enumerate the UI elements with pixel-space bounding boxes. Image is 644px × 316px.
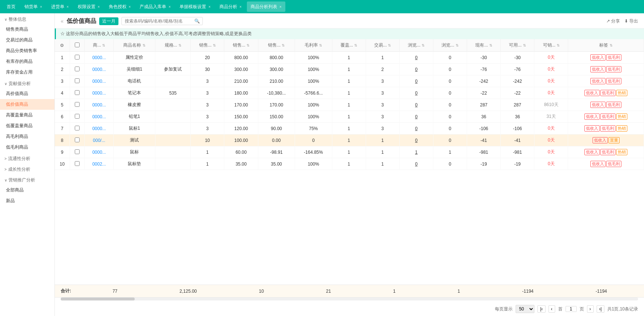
- first-page-btn[interactable]: |‹: [537, 305, 545, 313]
- nav-product-inbound[interactable]: 产成品入库单 ×: [136, 1, 174, 12]
- row-current: -41: [467, 135, 500, 146]
- row-checkbox[interactable]: [70, 64, 85, 75]
- row-checkbox[interactable]: [70, 146, 85, 158]
- row-transaction: 3: [366, 123, 399, 135]
- row-select-checkbox[interactable]: [75, 137, 80, 142]
- nav-template-settings[interactable]: 单据模板设置 ×: [176, 1, 214, 12]
- row-select-checkbox[interactable]: [75, 90, 80, 95]
- nav-close-icon[interactable]: ×: [168, 5, 171, 9]
- row-transaction: 1: [366, 135, 399, 146]
- row-select-checkbox[interactable]: [75, 149, 80, 154]
- row-tags: 低收入低毛利: [568, 52, 644, 64]
- nav-role-auth[interactable]: 角色授权 ×: [105, 1, 135, 12]
- row-checkbox[interactable]: [70, 111, 85, 123]
- row-view1[interactable]: 0: [399, 64, 433, 75]
- expand-icon: >: [4, 167, 7, 171]
- row-view1[interactable]: 0: [399, 52, 433, 64]
- horizontal-scrollbar[interactable]: [61, 298, 638, 300]
- row-margin: 75%: [295, 123, 332, 135]
- sidebar-item-traded-goods[interactable]: 交易过的商品: [0, 35, 54, 45]
- row-view1[interactable]: 0: [399, 158, 433, 170]
- row-code: 0000...: [85, 52, 114, 64]
- sidebar-item-high-value[interactable]: 高价值商品: [0, 88, 54, 99]
- row-select-checkbox[interactable]: [75, 126, 80, 130]
- row-view1[interactable]: 0: [399, 87, 433, 99]
- row-checkbox[interactable]: [70, 99, 85, 111]
- sidebar-item-high-coverage[interactable]: 高覆盖量商品: [0, 110, 54, 120]
- select-all-checkbox[interactable]: [75, 43, 80, 47]
- row-view1[interactable]: 0: [399, 111, 433, 123]
- expand-icon: ∨: [4, 17, 7, 21]
- sidebar-item-low-value[interactable]: 低价值商品: [0, 99, 54, 110]
- date-filter-btn[interactable]: 近一月: [99, 17, 118, 25]
- scrollbar-thumb[interactable]: [61, 298, 135, 300]
- sidebar-item-sales-goods[interactable]: 销售类商品: [0, 24, 54, 35]
- sidebar-item-low-margin[interactable]: 低毛利商品: [0, 142, 54, 153]
- prev-page-btn[interactable]: ‹: [549, 305, 555, 313]
- sidebar-group-marketing[interactable]: ∨ 营销推广分析: [0, 174, 54, 185]
- sidebar-item-low-coverage[interactable]: 低覆盖量商品: [0, 120, 54, 131]
- row-select-checkbox[interactable]: [75, 161, 80, 166]
- per-page-select[interactable]: 50 100: [516, 305, 534, 313]
- nav-permissions[interactable]: 权限设置 ×: [74, 1, 104, 12]
- sidebar-group-overall[interactable]: ∨ 整体信息: [0, 13, 54, 24]
- sidebar-item-inventory-capital[interactable]: 库存资金占用: [0, 67, 54, 78]
- row-checkbox[interactable]: [70, 123, 85, 135]
- row-checkbox[interactable]: [70, 52, 85, 64]
- row-checkbox[interactable]: [70, 135, 85, 146]
- row-view1[interactable]: 1: [399, 146, 433, 158]
- margin-col-header: 毛利率 ⇅: [295, 39, 332, 52]
- search-input[interactable]: [121, 17, 203, 25]
- content-header: « 低价值商品 近一月 🔍 ↗ 分享 ⬇ 导出: [55, 13, 644, 28]
- share-button[interactable]: ↗ 分享: [606, 18, 620, 24]
- view1-col-header: 浏览... ⇅: [399, 39, 433, 52]
- table-wrapper: ⚙ 商... ⇅ 商品名称 ⇅ 规格... ⇅ 销售... ⇅ 销售... ⇅ …: [55, 39, 644, 285]
- row-select-checkbox[interactable]: [75, 55, 80, 60]
- row-current: -981: [467, 146, 500, 158]
- sidebar-item-high-margin[interactable]: 高毛利商品: [0, 131, 54, 142]
- nav-sales-order[interactable]: 销货单 ×: [21, 1, 46, 12]
- nav-close-icon[interactable]: ×: [129, 5, 131, 9]
- row-view1[interactable]: 0: [399, 75, 433, 87]
- row-select-checkbox[interactable]: [75, 102, 80, 107]
- row-view1[interactable]: 0: [399, 135, 433, 146]
- row-view1[interactable]: 0: [399, 123, 433, 135]
- settings-col-header[interactable]: ⚙: [55, 39, 70, 52]
- next-page-btn[interactable]: ›: [587, 305, 594, 313]
- nav-close-icon[interactable]: ×: [98, 5, 100, 9]
- nav-product-analysis-list[interactable]: 商品分析列表 ×: [247, 1, 285, 12]
- nav-close-icon[interactable]: ×: [208, 5, 211, 9]
- page-number-input[interactable]: [566, 306, 577, 312]
- row-select-checkbox[interactable]: [75, 78, 80, 83]
- sidebar-group-growth[interactable]: > 成长性分析: [0, 163, 54, 174]
- row-select-checkbox[interactable]: [75, 67, 80, 71]
- export-button[interactable]: ⬇ 导出: [624, 18, 638, 24]
- row-checkbox[interactable]: [70, 158, 85, 170]
- nav-product-analysis[interactable]: 商品分析 ×: [216, 1, 245, 12]
- row-select-checkbox[interactable]: [75, 114, 80, 119]
- nav-home[interactable]: 首页: [3, 1, 19, 12]
- row-code: 0000...: [85, 87, 114, 99]
- checkbox-col-header[interactable]: [70, 39, 85, 52]
- row-checkbox[interactable]: [70, 75, 85, 87]
- collapse-sidebar-btn[interactable]: «: [61, 18, 64, 24]
- sidebar-item-all-goods[interactable]: 全部商品: [0, 185, 54, 196]
- nav-purchase-order[interactable]: 进货单 ×: [47, 1, 73, 12]
- row-saleable: 0天: [534, 123, 568, 135]
- row-available: -19: [501, 158, 534, 170]
- sidebar-item-new-goods[interactable]: 新品: [0, 196, 54, 206]
- row-saleable: 0天: [534, 75, 568, 87]
- sidebar-item-category-sales-rate[interactable]: 商品分类销售率: [0, 45, 54, 56]
- sidebar-group-liquidity[interactable]: > 流通性分析: [0, 153, 54, 163]
- table-row: 4 0000... 笔记本 535 3 180.00 -10,380... -5…: [55, 87, 644, 99]
- row-view1[interactable]: 0: [399, 99, 433, 111]
- nav-close-icon[interactable]: ×: [239, 5, 242, 9]
- row-checkbox[interactable]: [70, 87, 85, 99]
- nav-close-icon[interactable]: ×: [279, 5, 282, 9]
- nav-close-icon[interactable]: ×: [67, 5, 69, 9]
- last-page-btn[interactable]: ›|: [597, 305, 604, 313]
- row-amount: 35.00: [258, 158, 295, 170]
- sidebar-group-contribution[interactable]: ∨ 贡献值分析: [0, 78, 54, 88]
- nav-close-icon[interactable]: ×: [40, 5, 42, 9]
- sidebar-item-in-stock-goods[interactable]: 有库存的商品: [0, 56, 54, 67]
